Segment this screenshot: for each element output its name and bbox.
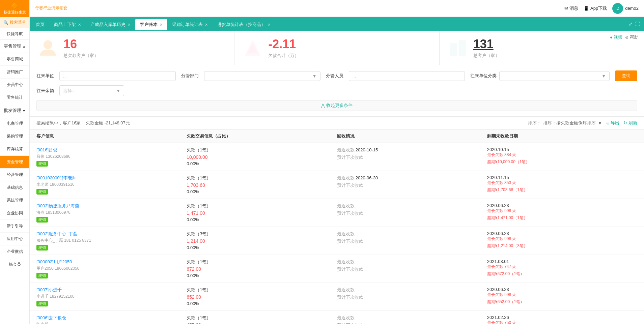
from-unit-input[interactable]: ... (59, 71, 176, 81)
col-collect: 回收情况 (337, 133, 487, 139)
sidebar-item-batch-mgmt[interactable]: 批发管理 ▼ (0, 104, 29, 117)
sidebar-item-vip-member[interactable]: 畅会员 (0, 258, 29, 271)
collapse-bar[interactable]: ⋀ 收起更多条件 (36, 100, 637, 111)
export-button[interactable]: ⊙ 导出 (606, 120, 620, 126)
customer-tag-4: 现销 (36, 273, 48, 278)
tab-import-stat[interactable]: 进货单统计表（按商品） ✕ (213, 19, 275, 30)
sidebar-item-marketing[interactable]: 营销推广 (0, 66, 29, 79)
stat-debt-label: 总欠款客户（家） (63, 53, 226, 59)
user-avatar[interactable]: D demo2 (612, 3, 639, 14)
svg-rect-3 (450, 43, 457, 56)
remainder-select[interactable]: 选择... ▼ (59, 85, 124, 96)
filter-row-2: 往来余额 选择... ▼ (36, 85, 637, 96)
stat-icon-amount (243, 38, 263, 58)
app-download-button[interactable]: 📱 App下载 (584, 5, 607, 11)
expand-icon[interactable]: ⤢ (628, 21, 633, 27)
debt-cell-3: 欠款（3笔） 1,214.00 0.00% (187, 231, 337, 250)
fullscreen-icon[interactable]: ⛶ (635, 21, 640, 27)
sidebar-search[interactable]: 🔍 搜索菜单 (0, 17, 29, 28)
export-icon: ⊙ (606, 120, 610, 125)
overdue-link-0[interactable]: 超期¥10,000.00（1笔） (487, 159, 637, 165)
video-link[interactable]: ● 视频 (610, 34, 622, 40)
customer-name-4[interactable]: [000002]用户2050 (36, 259, 187, 265)
tab-close-purchase-order[interactable]: ✕ (205, 23, 208, 27)
filter-row-1: 往来单位 ... 分管部门 ▼ 分管人员 ... (36, 70, 637, 81)
customer-cell-6: [0006]去下粮仓 陈小册 现销 (36, 315, 187, 324)
sidebar-item-purchase[interactable]: 采购管理 (0, 130, 29, 143)
sort-selector[interactable]: 排序： 排序：按欠款金额倒序排序 ▼ (528, 120, 602, 126)
unit-class-select[interactable]: ▼ (499, 71, 610, 81)
customer-name-1[interactable]: [0001020001]李老师 (36, 175, 187, 181)
filter-dept: 分管部门 ▼ (181, 71, 320, 81)
customer-phone-5: 小进千 18279152100 (36, 294, 187, 299)
collect-cell-2: 最近收款 预计下次收款 (337, 203, 487, 216)
sidebar-item-inventory[interactable]: 库存核算 (0, 143, 29, 156)
tab-customer-account[interactable]: 客户账本 ✕ (135, 19, 167, 30)
overdue-link-5[interactable]: 超期¥652.00（1笔） (487, 299, 637, 305)
overdue-link-3[interactable]: 超期¥1,214.00（3笔） (487, 243, 637, 249)
collect-cell-1: 最近收款 2020-06-30 预计下次收款 (337, 175, 487, 188)
manager-input[interactable]: ... (349, 71, 465, 81)
tab-close-product-history[interactable]: ✕ (128, 23, 131, 27)
industry-tag: 母婴行业演示账套 (35, 5, 67, 11)
customer-name-0[interactable]: [0016]吕俊 (36, 147, 187, 153)
sidebar-item-new-guide[interactable]: 新手引导 (0, 220, 29, 233)
table-row: [0003]畅捷服务尹海燕 海燕 18513066976 现销 欠款（1笔） 1… (30, 199, 644, 227)
collect-cell-5: 最近收款 预计下次收款 (337, 287, 487, 300)
table-row: [000002]用户2050 用户2050 18665062050 现销 欠款（… (30, 255, 644, 283)
sidebar-item-ecommerce[interactable]: 电商管理 (0, 117, 29, 130)
table-header: 客户信息 欠款交易信息（占比） 回收情况 到期未收款日期 (30, 130, 644, 143)
tab-home[interactable]: 首页 (31, 19, 49, 30)
filter-remainder: 往来余额 选择... ▼ (36, 85, 124, 96)
dept-select[interactable]: ▼ (204, 71, 320, 81)
stat-total-customers: 131 总客户（家） ● 视频 ⊙ 帮助 (440, 31, 644, 65)
due-cell-5: 2020.06.23 最长欠款 998 天 超期¥652.00（1笔） (487, 287, 637, 305)
collapse-icon: ⋀ (321, 103, 325, 108)
customer-name-5[interactable]: [0007]小进千 (36, 287, 187, 293)
tab-close-customer-account[interactable]: ✕ (160, 23, 163, 27)
sidebar-item-retail-stat[interactable]: 零售统计 (0, 91, 29, 104)
tab-purchase-order[interactable]: 采购订单统计表 ✕ (167, 19, 213, 30)
result-info: 搜索结果中，客户16家 欠款金额 -21,148.07元 (36, 120, 130, 126)
collect-cell-3: 最近收款 预计下次收款 (337, 231, 487, 244)
dept-arrow: ▼ (312, 73, 317, 79)
sidebar-item-quicknav[interactable]: 快捷导航 (0, 28, 29, 40)
table-row: [0007]小进千 小进千 18279152100 现销 欠款（1笔） 652.… (30, 283, 644, 311)
help-link[interactable]: ⊙ 帮助 (625, 34, 639, 40)
debt-cell-1: 欠款（1笔） 1,703.68 0.00% (187, 175, 337, 194)
tab-product-history[interactable]: 产成品入库单历史 ✕ (86, 19, 135, 30)
customer-name-6[interactable]: [0006]去下粮仓 (36, 315, 187, 321)
filter-area: 往来单位 ... 分管部门 ▼ 分管人员 ... (30, 65, 644, 117)
overdue-link-4[interactable]: 超期¥672.00（1笔） (487, 271, 637, 277)
sidebar-item-app-center[interactable]: 应用中心 (0, 233, 29, 245)
tab-product-off[interactable]: 商品上下架 ✕ (49, 19, 86, 30)
sidebar-item-finance[interactable]: 资金管理 (0, 156, 29, 169)
sidebar-item-corp-wechat[interactable]: 企业微信 (0, 245, 29, 258)
due-cell-0: 2020.10.15 最长欠款 884 天 超期¥10,000.00（1笔） (487, 147, 637, 165)
sidebar-item-retail-mgmt[interactable]: 零售管理 ▲ (0, 40, 29, 53)
query-button[interactable]: 查询 (615, 70, 637, 81)
due-cell-6: 2021.02.26 最长欠款 750 天 超期¥455.90（1笔） (487, 315, 637, 324)
sidebar-item-system[interactable]: 系统管理 (0, 194, 29, 207)
overdue-link-1[interactable]: 超期¥1,703.68（1笔） (487, 187, 637, 193)
sidebar-item-basic-info[interactable]: 基础信息 (0, 181, 29, 194)
tabbar-controls: ⤢ ⛶ (628, 21, 643, 27)
debt-cell-0: 欠款（1笔） 10,000.00 0.00% (187, 147, 337, 166)
tab-close-product-off[interactable]: ✕ (78, 23, 81, 27)
customer-tag-5: 现销 (36, 301, 48, 306)
overdue-link-2[interactable]: 超期¥1,471.00（1笔） (487, 215, 637, 221)
sidebar-item-corp-collab[interactable]: 企业协同 (0, 207, 29, 220)
tabbar: 首页 商品上下架 ✕ 产成品入库单历史 ✕ 客户账本 ✕ 采购订单统计表 ✕ 进… (30, 17, 644, 31)
col-customer-info: 客户信息 (36, 133, 187, 139)
debt-cell-5: 欠款（1笔） 652.00 0.00% (187, 287, 337, 306)
msg-button[interactable]: ✉ 消息 (564, 5, 578, 11)
customer-name-3[interactable]: [0002]服务中心_丁磊 (36, 231, 187, 237)
stat-icon-total (448, 38, 468, 58)
refresh-button[interactable]: ↻ 刷新 (623, 120, 637, 126)
sidebar-item-operation[interactable]: 经营管理 (0, 169, 29, 181)
customer-name-2[interactable]: [0003]畅捷服务尹海燕 (36, 203, 187, 209)
sidebar: 🔶 畅捷通好生意 🔍 搜索菜单 快捷导航 零售管理 ▲ 零售商城 营销推广 会员… (0, 0, 30, 324)
sidebar-item-member[interactable]: 会员中心 (0, 79, 29, 91)
tab-close-import-stat[interactable]: ✕ (268, 23, 271, 27)
sidebar-item-retail-mall[interactable]: 零售商城 (0, 53, 29, 66)
